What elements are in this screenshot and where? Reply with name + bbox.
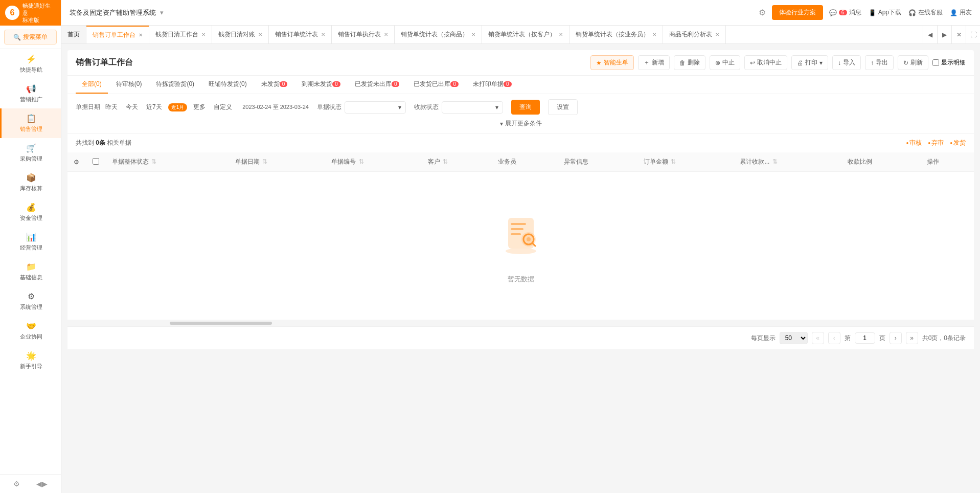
sidebar-item-purchase[interactable]: 🛒 采购管理 xyxy=(0,138,61,168)
th-customer-sort[interactable]: ⇅ xyxy=(443,158,448,165)
tab-fullscreen-btn[interactable]: ⛶ xyxy=(966,26,980,44)
tab-sales-exec[interactable]: 销售订单执行表 ✕ xyxy=(332,26,395,44)
date-opt-custom[interactable]: 自定义 xyxy=(212,102,234,113)
date-opt-month[interactable]: 近1月 xyxy=(168,103,188,111)
sub-tab-shipped-out[interactable]: 已发货已出库0 xyxy=(407,76,465,94)
topbar-dropdown-icon[interactable]: ▾ xyxy=(160,9,164,16)
sub-tab-pending-review[interactable]: 待审核(0) xyxy=(110,76,148,94)
tab-scroll-right-btn[interactable]: ▶ xyxy=(937,26,951,44)
tab-cash-reconcile[interactable]: 钱货日清对账 ✕ xyxy=(212,26,269,44)
cancel-audit-op-btn[interactable]: 弃审 xyxy=(928,139,944,147)
tab-close-product-margin[interactable]: ✕ xyxy=(715,32,719,37)
settings-footer-btn[interactable]: ⚙ xyxy=(13,480,20,488)
tab-sales-order[interactable]: 销售订单工作台 ✕ xyxy=(86,26,149,44)
th-actions: 操作 xyxy=(921,152,974,172)
tab-close-sales-order[interactable]: ✕ xyxy=(139,32,143,38)
tab-sales-sum-customer[interactable]: 销货单统计表（按客户） ✕ xyxy=(482,26,569,44)
finance-icon: 💰 xyxy=(26,203,36,212)
settings-icon-btn[interactable]: ⚙ xyxy=(759,8,766,17)
tab-product-margin[interactable]: 商品毛利分析表 ✕ xyxy=(663,26,726,44)
sales-icon: 📋 xyxy=(26,114,36,123)
th-collected-sort[interactable]: ⇅ xyxy=(772,158,778,165)
tab-close-sales-sum-customer[interactable]: ✕ xyxy=(559,32,563,37)
tab-sales-sum-staff[interactable]: 销货单统计表（按业务员） ✕ xyxy=(569,26,663,44)
add-button[interactable]: ＋ 新增 xyxy=(638,55,670,70)
sub-tabs: 全部(0) 待审核(0) 待拣货验货(0) 旺铺待发货(0) 未发货0 到期未发… xyxy=(67,76,974,94)
page-next-btn[interactable]: › xyxy=(890,332,902,344)
th-number-sort[interactable]: ⇅ xyxy=(359,158,364,165)
smart-create-button[interactable]: ★ 智能生单 xyxy=(590,55,634,70)
sub-tab-all[interactable]: 全部(0) xyxy=(76,76,108,94)
tab-sales-sum-product[interactable]: 销货单统计表（按商品） ✕ xyxy=(395,26,482,44)
page-first-btn[interactable]: « xyxy=(812,332,824,344)
select-all-checkbox[interactable] xyxy=(93,158,99,165)
date-opt-7days[interactable]: 近7天 xyxy=(144,102,164,113)
tab-close-all-btn[interactable]: ✕ xyxy=(951,26,966,44)
tab-sales-stats[interactable]: 销售订单统计表 ✕ xyxy=(269,26,332,44)
sub-tab-wangpu-ship[interactable]: 旺铺待发货(0) xyxy=(202,76,253,94)
tab-cash-daily[interactable]: 钱货日清工作台 ✕ xyxy=(149,26,212,44)
page-last-btn[interactable]: » xyxy=(906,332,918,344)
delete-button[interactable]: 🗑 删除 xyxy=(674,55,705,70)
tab-scroll-left-btn[interactable]: ◀ xyxy=(923,26,937,44)
page-prev-btn[interactable]: ‹ xyxy=(828,332,840,344)
show-detail-checkbox[interactable] xyxy=(932,59,939,66)
tab-close-cash-reconcile[interactable]: ✕ xyxy=(258,32,262,37)
print-button[interactable]: 🖨 打印 ▾ xyxy=(791,55,828,70)
sub-tab-overdue-not-shipped[interactable]: 到期未发货0 xyxy=(295,76,347,94)
app-download-btn[interactable]: 📱 App下载 xyxy=(869,8,901,17)
sidebar-item-quick-nav[interactable]: ⚡ 快捷导航 xyxy=(0,49,61,79)
stop-button[interactable]: ⊗ 中止 xyxy=(710,55,740,70)
export-button[interactable]: ↑ 导出 xyxy=(865,55,894,70)
query-button[interactable]: 查询 xyxy=(511,100,540,115)
date-opt-more[interactable]: 更多 xyxy=(191,102,208,113)
online-service-btn[interactable]: 🎧 在线客服 xyxy=(908,8,943,17)
th-date-sort[interactable]: ⇅ xyxy=(262,158,267,165)
sub-tab-pending-inspect[interactable]: 待拣货验货(0) xyxy=(150,76,200,94)
filter-payment-select[interactable]: ▾ xyxy=(442,101,503,114)
tab-close-sales-sum-staff[interactable]: ✕ xyxy=(652,32,656,37)
scrollbar-thumb[interactable] xyxy=(170,322,272,325)
th-status-sort[interactable]: ⇅ xyxy=(151,158,156,165)
date-opt-yesterday[interactable]: 昨天 xyxy=(103,102,120,113)
user-btn[interactable]: 👤 用友 xyxy=(950,8,972,17)
filter-status-select[interactable]: ▾ xyxy=(345,101,406,114)
date-opt-today[interactable]: 今天 xyxy=(124,102,140,113)
sidebar-item-enterprise[interactable]: 🤝 企业协同 xyxy=(0,316,61,346)
industry-solution-button[interactable]: 体验行业方案 xyxy=(772,5,823,20)
collapse-footer-btn[interactable]: ◀▶ xyxy=(36,480,48,488)
sidebar-footer: ⚙ ◀▶ xyxy=(0,474,61,493)
sidebar-item-new-guide[interactable]: 🌟 新手引导 xyxy=(0,346,61,375)
message-btn[interactable]: 💬 6 消息 xyxy=(829,8,861,17)
tab-close-sales-sum-product[interactable]: ✕ xyxy=(471,32,475,37)
filter-set-button[interactable]: 设置 xyxy=(548,99,578,115)
sub-tab-not-printed[interactable]: 未打印单据0 xyxy=(467,76,518,94)
sidebar-item-marketing[interactable]: 📢 营销推广 xyxy=(0,79,61,108)
refresh-button[interactable]: ↻ 刷新 xyxy=(898,55,928,70)
tab-close-sales-exec[interactable]: ✕ xyxy=(384,32,388,37)
sub-tab-shipped-not-out[interactable]: 已发货未出库0 xyxy=(349,76,406,94)
sidebar-item-finance[interactable]: 💰 资金管理 xyxy=(0,197,61,227)
tab-close-sales-stats[interactable]: ✕ xyxy=(321,32,325,37)
th-number: 单据编号 ⇅ xyxy=(325,152,422,172)
page-number-input[interactable] xyxy=(855,332,875,344)
sidebar-item-sales[interactable]: 📋 销售管理 xyxy=(0,108,61,138)
sub-tab-not-shipped[interactable]: 未发货0 xyxy=(255,76,294,94)
sidebar-item-inventory[interactable]: 📦 库存核算 xyxy=(0,168,61,197)
th-amount-sort[interactable]: ⇅ xyxy=(671,158,676,165)
filter-date-options: 昨天 今天 近7天 近1月 更多 自定义 xyxy=(103,102,234,113)
per-page-select[interactable]: 50 100 200 xyxy=(780,332,808,344)
search-menu-button[interactable]: 🔍 搜索菜单 xyxy=(4,30,57,44)
import-button[interactable]: ↓ 导入 xyxy=(832,55,861,70)
cancel-stop-button[interactable]: ↩ 取消中止 xyxy=(744,55,787,70)
sidebar-item-system[interactable]: ⚙ 系统管理 xyxy=(0,286,61,316)
horizontal-scrollbar[interactable] xyxy=(67,320,974,326)
audit-op-btn[interactable]: 审核 xyxy=(906,139,922,147)
tab-home[interactable]: 首页 xyxy=(61,26,86,44)
show-detail-checkbox-label[interactable]: 显示明细 xyxy=(932,58,966,67)
sidebar-item-operations[interactable]: 📊 经营管理 xyxy=(0,227,61,257)
sidebar-item-basic-info[interactable]: 📁 基础信息 xyxy=(0,257,61,286)
expand-conditions-btn[interactable]: ▾ 展开更多条件 xyxy=(500,119,542,128)
ship-op-btn[interactable]: 发货 xyxy=(950,139,966,147)
tab-close-cash-daily[interactable]: ✕ xyxy=(201,32,206,37)
